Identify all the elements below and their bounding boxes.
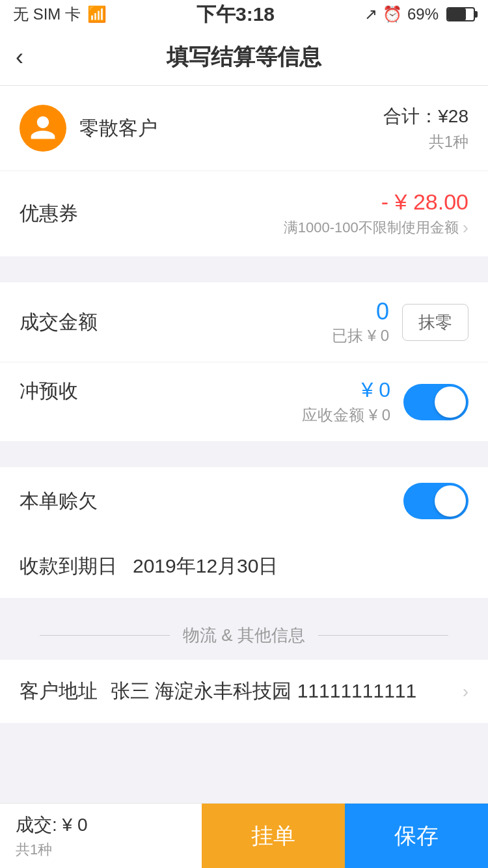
wifi-icon: 📶	[87, 5, 107, 23]
address-row[interactable]: 客户地址 张三 海淀永丰科技园 11111111111 ›	[0, 660, 488, 723]
due-date-value[interactable]: 2019年12月30日	[133, 553, 278, 580]
divider-2	[0, 454, 488, 467]
due-date-label: 收款到期日	[20, 553, 117, 580]
battery-percentage: 69%	[407, 5, 439, 23]
customer-name: 零散客户	[79, 115, 157, 142]
deal-amount-value[interactable]: 0	[332, 298, 389, 325]
coupon-row[interactable]: 优惠券 - ¥ 28.00 满1000-100不限制使用金额 ›	[0, 170, 488, 256]
save-button[interactable]: 保存	[345, 804, 488, 868]
customer-avatar	[20, 105, 66, 152]
alarm-icon: ⏰	[383, 5, 402, 23]
content: 零散客户 合计：¥28 共1种 优惠券 - ¥ 28.00 满1000-100不…	[0, 86, 488, 801]
prepayment-toggle[interactable]	[403, 384, 468, 420]
debt-section: 本单赊欠 收款到期日 2019年12月30日	[0, 467, 488, 598]
location-icon: ↗	[364, 5, 377, 23]
status-bar-time: 下午3:18	[197, 1, 275, 28]
deal-amount-row: 成交金额 0 已抹 ¥ 0 抹零	[0, 282, 488, 362]
carrier-text: 无 SIM 卡	[13, 4, 81, 25]
coupon-right: - ¥ 28.00 满1000-100不限制使用金额 ›	[284, 189, 468, 238]
bottom-deal-amount: 成交: ¥ 0	[16, 813, 186, 837]
due-date-row: 收款到期日 2019年12月30日	[0, 535, 488, 598]
customer-total: 合计：¥28 共1种	[383, 104, 468, 152]
customer-section: 零散客户 合计：¥28 共1种 优惠券 - ¥ 28.00 满1000-100不…	[0, 86, 488, 256]
debt-row: 本单赊欠	[0, 467, 488, 535]
address-left: 客户地址 张三 海淀永丰科技园 11111111111	[20, 678, 416, 705]
total-amount: 合计：¥28	[383, 104, 468, 129]
divider-1	[0, 269, 488, 282]
coupon-chevron-icon: ›	[463, 217, 468, 238]
logistics-header-text: 物流 & 其他信息	[183, 624, 305, 647]
bottom-summary: 成交: ¥ 0 共1种	[0, 804, 202, 868]
bottom-count: 共1种	[16, 840, 186, 860]
bottom-bar: 成交: ¥ 0 共1种 挂单 保存	[0, 803, 488, 868]
prepayment-amount: ¥ 0	[302, 378, 390, 402]
deal-amount-sub: 已抹 ¥ 0	[332, 325, 389, 346]
spacer	[0, 736, 488, 801]
nav-bar: ‹ 填写结算等信息	[0, 29, 488, 86]
status-bar-left: 无 SIM 卡 📶	[13, 4, 107, 25]
prepayment-row: 冲预收 ¥ 0 应收金额 ¥ 0	[0, 362, 488, 441]
status-bar: 无 SIM 卡 📶 下午3:18 ↗ ⏰ 69%	[0, 0, 488, 29]
deal-amount-right: 0 已抹 ¥ 0 抹零	[332, 298, 468, 346]
address-chevron-icon: ›	[463, 681, 468, 702]
debt-toggle[interactable]	[403, 483, 468, 519]
address-label: 客户地址	[20, 678, 98, 705]
total-count: 共1种	[383, 131, 468, 152]
status-bar-right: ↗ ⏰ 69%	[364, 5, 475, 23]
prepayment-receivable: 应收金额 ¥ 0	[302, 405, 390, 426]
hold-button[interactable]: 挂单	[202, 804, 345, 868]
round-zero-button[interactable]: 抹零	[402, 304, 468, 341]
logistics-header: 物流 & 其他信息	[0, 611, 488, 660]
debt-label: 本单赊欠	[20, 488, 98, 515]
prepayment-amounts: ¥ 0 应收金额 ¥ 0	[302, 378, 390, 426]
customer-left: 零散客户	[20, 105, 157, 152]
address-section: 客户地址 张三 海淀永丰科技园 11111111111 ›	[0, 660, 488, 723]
user-icon	[29, 114, 57, 142]
address-value: 张三 海淀永丰科技园 11111111111	[111, 678, 416, 705]
page-title: 填写结算等信息	[167, 42, 321, 72]
customer-row: 零散客户 合计：¥28 共1种	[0, 86, 488, 170]
back-button[interactable]: ‹	[16, 44, 23, 71]
coupon-label: 优惠券	[20, 200, 78, 227]
coupon-discount: - ¥ 28.00	[284, 189, 468, 215]
prepayment-label: 冲预收	[20, 378, 78, 426]
deal-amount-label: 成交金额	[20, 309, 98, 336]
deal-section: 成交金额 0 已抹 ¥ 0 抹零 冲预收 ¥ 0 应收金额 ¥ 0	[0, 282, 488, 441]
battery-icon	[446, 7, 475, 21]
coupon-description: 满1000-100不限制使用金额 ›	[284, 217, 468, 238]
